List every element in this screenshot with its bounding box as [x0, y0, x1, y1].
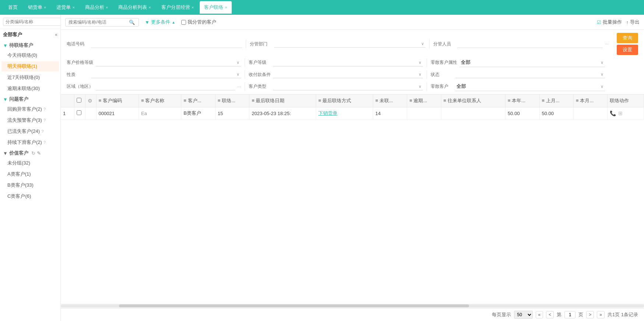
divider [427, 58, 427, 67]
all-customers-header[interactable]: 全部客户 « [0, 29, 60, 40]
sidebar-item-declining[interactable]: 持续下滑客户(2) ? [1, 137, 59, 148]
first-page-button[interactable]: « [536, 311, 543, 318]
export-button[interactable]: ↑ 导出 [626, 19, 640, 25]
last-page-button[interactable]: » [597, 311, 605, 318]
sidebar-item-repurchase-anomaly[interactable]: 回购异常客户(2) ? [1, 104, 59, 114]
phone-action-icon[interactable]: 📞 [610, 110, 616, 116]
chevron-down-icon: ∨ [419, 72, 421, 77]
price-level-label: 客户价格等级 [67, 59, 93, 66]
search-input-wrap[interactable]: 🔍 [65, 18, 139, 27]
phone-input[interactable] [91, 40, 242, 48]
help-icon[interactable]: ? [43, 118, 46, 122]
close-icon[interactable]: × [225, 5, 227, 10]
manager-input[interactable] [458, 40, 603, 48]
my-customer-checkbox-area[interactable]: 我分管的客户 [181, 19, 216, 25]
filter-field-phone: 电话号码 [67, 40, 242, 48]
filter-field-region: 区域（地区） ··· [67, 83, 241, 90]
sidebar-item-churned[interactable]: 已流失客户(24) ? [1, 126, 59, 137]
sidebar-item-tomorrow[interactable]: 明天待联络(1) [1, 61, 59, 72]
row-checkbox[interactable] [77, 110, 81, 115]
page-input[interactable] [564, 311, 575, 318]
sidebar-item-ungrouped[interactable]: 未分组(32) [1, 158, 59, 168]
close-icon[interactable]: × [44, 5, 46, 10]
nav-customer-contact[interactable]: 客户联络 × [200, 1, 231, 14]
column-setting-icon[interactable]: ⚙ [88, 98, 92, 104]
payment-select[interactable]: ∨ [273, 71, 423, 78]
region-input[interactable] [95, 83, 235, 90]
setting-button[interactable]: 设置 [617, 45, 638, 55]
divider [427, 82, 427, 91]
sidebar-item-class-b[interactable]: B类客户(33) [1, 180, 59, 190]
batch-operation-button[interactable]: ☑ 批量操作 [597, 19, 622, 25]
page-size-select[interactable]: 50 100 200 [514, 311, 533, 319]
chevron-down-icon: ∨ [601, 84, 603, 89]
help-icon[interactable]: ? [41, 129, 43, 134]
nav-customer-tier[interactable]: 客户分层经营 × [157, 1, 198, 14]
cell-uncontact: 14 [373, 107, 407, 120]
nav-product-analysis[interactable]: 商品分析 × [81, 1, 112, 14]
sidebar-item-7days[interactable]: 近7天待联络(0) [1, 72, 59, 83]
retail-select[interactable]: 全部 ∨ [455, 82, 605, 91]
nature-select[interactable]: ∨ [91, 71, 241, 78]
status-label: 状态 [431, 72, 453, 78]
retail-attr-select[interactable]: 全部 ∨ [459, 58, 605, 67]
customer-type-select[interactable]: ∨ [273, 83, 423, 90]
search-input[interactable] [69, 20, 127, 25]
cell-last-method[interactable]: 下销货单 [316, 107, 373, 120]
chevron-down-icon: ∨ [601, 72, 603, 77]
dept-select[interactable]: ∨ [274, 40, 425, 48]
more-filter-button[interactable]: ▼ 更多条件 ▲ [143, 18, 178, 27]
nav-salesperson[interactable]: 销货单 × [24, 1, 50, 14]
nature-label: 性质 [67, 72, 89, 78]
search-bar: 🔍 ▼ 更多条件 ▲ 我分管的客户 ☑ 批量操作 ↑ 导出 [61, 15, 644, 30]
prev-page-button[interactable]: < [546, 311, 554, 318]
scroll-thumb[interactable] [119, 304, 469, 307]
sidebar-item-today[interactable]: 今天待联络(0) [1, 50, 59, 61]
sidebar-search-input[interactable] [3, 18, 61, 26]
scroll-track [61, 304, 644, 307]
edit-icon[interactable]: ✎ [37, 151, 41, 156]
query-setting-btns: 查询 设置 [617, 33, 638, 55]
close-icon[interactable]: × [192, 5, 194, 10]
help-icon[interactable]: ? [43, 140, 46, 145]
nav-home[interactable]: 首页 [4, 1, 22, 14]
sidebar-item-class-a[interactable]: A类客户(1) [1, 169, 59, 179]
ellipsis-icon[interactable]: ··· [605, 41, 609, 46]
help-icon[interactable]: ? [43, 107, 46, 111]
customer-level-label: 客户等级 [249, 59, 271, 66]
next-page-button[interactable]: > [586, 311, 594, 318]
last-method-link[interactable]: 下销货单 [318, 110, 337, 116]
nav-product-list[interactable]: 商品分析列表 × [114, 1, 155, 14]
nav-purchase[interactable]: 进货单 × [52, 1, 79, 14]
filter-panel: 电话号码 分管部门 ∨ 分管人员 ··· [61, 30, 644, 94]
sidebar-item-class-c[interactable]: C类客户(6) [1, 191, 59, 201]
table-row: 1 000021 Ea B类客户 15 2023-05-23 18:25: 下销… [61, 107, 644, 120]
sidebar-item-churn-warning[interactable]: 流失预警客户(3) ? [1, 115, 59, 125]
query-button[interactable]: 查询 [617, 33, 638, 43]
refresh-icon[interactable]: ↻ [31, 151, 35, 156]
horizontal-scrollbar[interactable] [61, 304, 644, 308]
top-nav: 首页 销货单 × 进货单 × 商品分析 × 商品分析列表 × 客户分层经营 × … [0, 0, 644, 15]
search-bar-right: ☑ 批量操作 ↑ 导出 [597, 19, 640, 25]
close-icon[interactable]: × [72, 5, 74, 10]
problem-group-label: ▼ 问题客户 [0, 94, 60, 104]
close-icon[interactable]: × [148, 5, 151, 10]
close-icon[interactable]: × [106, 5, 108, 10]
more-action-icon[interactable]: ⊞ [618, 110, 623, 116]
value-group-label: ▼ 价值客户 ↻ ✎ [0, 148, 60, 158]
batch-icon: ☑ [597, 20, 601, 25]
sidebar: 🔍 全部客户 « ▼ 待联络客户 今天待联络(0) 明天待联络(1) 近7天待联… [0, 15, 61, 321]
region-ellipsis-icon[interactable]: ··· [237, 84, 241, 89]
table-footer: 每页显示 50 100 200 « < 第 页 > » 共1页 1条记录 [61, 308, 644, 321]
my-customer-checkbox[interactable] [181, 20, 186, 25]
cell-index: 1 [61, 107, 74, 120]
customer-level-select[interactable]: ∨ [273, 59, 423, 66]
cell-check[interactable] [74, 107, 85, 120]
customer-type-label: 客户类型 [249, 83, 271, 90]
price-level-select[interactable]: ∨ [95, 59, 241, 66]
search-icon[interactable]: 🔍 [129, 20, 135, 25]
col-gear: ⚙ [85, 94, 96, 107]
sidebar-item-overdue[interactable]: 逾期未联络(30) [1, 83, 59, 94]
status-select[interactable]: ∨ [455, 71, 605, 78]
select-all-checkbox[interactable] [77, 98, 81, 103]
